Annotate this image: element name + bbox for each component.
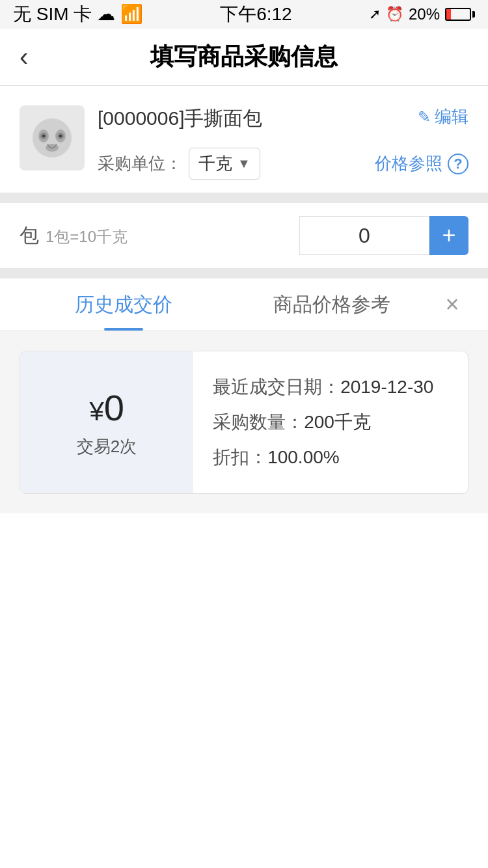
status-bar-time: 下午6:12 bbox=[220, 2, 292, 27]
quantity-plus-button[interactable]: + bbox=[429, 216, 468, 255]
tab-history-price[interactable]: 历史成交价 bbox=[20, 278, 228, 331]
tab-close-button[interactable]: × bbox=[436, 288, 468, 321]
trade-count: 交易2次 bbox=[77, 435, 137, 458]
price-ref-button[interactable]: 价格参照 ? bbox=[375, 152, 468, 175]
unit-label: 采购单位： bbox=[98, 152, 182, 175]
edit-label: 编辑 bbox=[435, 105, 468, 128]
quantity-input[interactable]: 0 bbox=[299, 216, 429, 255]
price-display: ¥0 bbox=[89, 387, 124, 429]
quantity-value: 0 bbox=[359, 224, 370, 248]
page-title: 填写商品采购信息 bbox=[150, 41, 338, 73]
quantity-unit-label: 包 bbox=[20, 223, 39, 249]
tab-product-price-ref[interactable]: 商品价格参考 bbox=[228, 278, 436, 331]
plus-icon: + bbox=[442, 222, 455, 249]
price-number: 0 bbox=[104, 387, 124, 428]
currency-symbol: ¥ bbox=[89, 397, 103, 426]
tab-history-price-label: 历史成交价 bbox=[75, 292, 172, 318]
price-card: ¥0 交易2次 最近成交日期：2019-12-30 采购数量：200千克 折扣：… bbox=[20, 351, 468, 494]
discount-label: 折扣： bbox=[213, 447, 267, 467]
purchase-qty-label: 采购数量： bbox=[213, 412, 304, 432]
nav-bar: ‹ 填写商品采购信息 bbox=[0, 29, 488, 86]
svg-point-5 bbox=[42, 135, 45, 137]
tab-bar: 历史成交价 商品价格参考 × bbox=[0, 278, 488, 331]
unit-select[interactable]: 千克 ▼ bbox=[189, 148, 260, 180]
price-ref-label: 价格参照 bbox=[375, 152, 442, 175]
battery-percent: 20% bbox=[409, 5, 440, 23]
edit-icon: ✎ bbox=[418, 108, 431, 126]
edit-button[interactable]: ✎ 编辑 bbox=[418, 105, 468, 128]
gray-spacer bbox=[0, 268, 488, 278]
recent-date-value: 2019-12-30 bbox=[340, 377, 433, 397]
battery-icon bbox=[445, 8, 475, 21]
discount-value: 100.00% bbox=[267, 447, 340, 467]
product-name: [0000006]手撕面包 bbox=[98, 105, 262, 132]
tab-product-price-ref-label: 商品价格参考 bbox=[273, 292, 390, 318]
product-thumbnail bbox=[20, 105, 85, 170]
product-info: [0000006]手撕面包 ✎ 编辑 采购单位： 千克 ▼ 价格参照 ? bbox=[98, 105, 468, 180]
alarm-icon: ⏰ bbox=[386, 6, 403, 23]
status-bar: 无 SIM 卡 ☁ 📶 下午6:12 ➚ ⏰ 20% bbox=[0, 0, 488, 29]
purchase-qty-value: 200千克 bbox=[304, 412, 371, 432]
price-card-left: ¥0 交易2次 bbox=[20, 351, 193, 493]
purchase-qty-row: 采购数量：200千克 bbox=[213, 410, 448, 435]
bottom-area bbox=[0, 513, 488, 868]
discount-row: 折扣：100.00% bbox=[213, 445, 448, 470]
status-bar-right: ➚ ⏰ 20% bbox=[369, 5, 475, 23]
price-card-right: 最近成交日期：2019-12-30 采购数量：200千克 折扣：100.00% bbox=[193, 351, 468, 493]
unit-value: 千克 bbox=[198, 152, 232, 175]
close-icon: × bbox=[445, 291, 459, 318]
recent-date-label: 最近成交日期： bbox=[213, 377, 340, 397]
network-status: 无 SIM 卡 ☁ 📶 bbox=[13, 4, 143, 24]
unit-dropdown-arrow: ▼ bbox=[237, 156, 251, 171]
svg-point-6 bbox=[59, 135, 62, 137]
back-button[interactable]: ‹ bbox=[20, 42, 28, 72]
quantity-conversion-label: 1包=10千克 bbox=[46, 226, 128, 247]
section-divider bbox=[0, 193, 488, 203]
price-panel: ¥0 交易2次 最近成交日期：2019-12-30 采购数量：200千克 折扣：… bbox=[0, 331, 488, 513]
recent-date-row: 最近成交日期：2019-12-30 bbox=[213, 375, 448, 400]
status-bar-left: 无 SIM 卡 ☁ 📶 bbox=[13, 2, 143, 27]
product-logo-icon bbox=[29, 115, 75, 161]
product-card: [0000006]手撕面包 ✎ 编辑 采购单位： 千克 ▼ 价格参照 ? bbox=[0, 86, 488, 193]
quantity-row: 包 1包=10千克 0 + bbox=[0, 203, 488, 268]
quantity-controls: 0 + bbox=[299, 216, 468, 255]
location-icon: ➚ bbox=[369, 6, 381, 23]
price-ref-help-icon: ? bbox=[448, 154, 468, 174]
